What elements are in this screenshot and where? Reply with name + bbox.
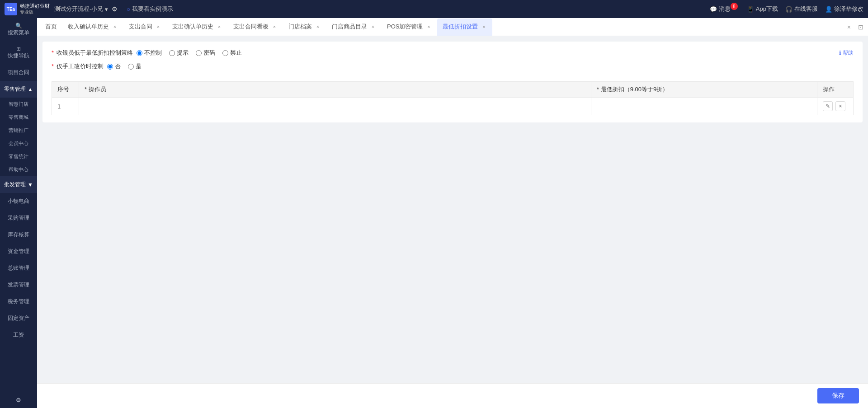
row-action-btns: ✎ × [823, 101, 848, 111]
col-header-action: 操作 [817, 82, 854, 98]
gear-icon: ⚙ [16, 397, 21, 403]
sidebar-item-retail-stats[interactable]: 零售统计 [0, 150, 37, 163]
col-header-operator: * 操作员 [79, 82, 591, 98]
sidebar-item-ecommerce[interactable]: 小畅电商 [0, 193, 37, 210]
tab-close-min-discount[interactable]: × [481, 23, 487, 30]
sidebar: 🔍 搜索菜单 ⊞ 快捷导航 项目合同 零售管理 ▲ 智慧门店 零售商城 营销推广… [0, 18, 37, 408]
table-row: 1 ✎ [52, 98, 854, 115]
tab-close-store-file[interactable]: × [315, 23, 321, 30]
tab-close-payment-contract[interactable]: × [155, 23, 161, 30]
sidebar-item-wholesale-mgmt[interactable]: 批发管理 ▼ [0, 176, 37, 193]
demo-link[interactable]: ○ 我要看实例演示 [127, 5, 173, 13]
edit-row-btn[interactable]: ✎ [823, 101, 833, 111]
content-area: 首页 收入确认单历史 × 支出合同 × 支出确认单历史 × 支出合同看板 × 门… [37, 18, 868, 408]
tab-payment-confirm-history[interactable]: 支出确认单历史 × [167, 19, 228, 36]
tab-home[interactable]: 首页 [40, 19, 62, 36]
sidebar-item-smart-store[interactable]: 智慧门店 [0, 98, 37, 111]
discount-input[interactable] [597, 103, 811, 110]
col-header-seq: 序号 [52, 82, 79, 98]
sidebar-item-shortcut[interactable]: ⊞ 快捷导航 [0, 41, 37, 64]
sidebar-item-project-contract[interactable]: 项目合同 [0, 64, 37, 81]
sidebar-item-member-center[interactable]: 会员中心 [0, 137, 37, 150]
radio-forbid[interactable]: 禁止 [222, 49, 242, 57]
sidebar-item-retail-mgmt[interactable]: 零售管理 ▲ [0, 81, 37, 98]
form-row-2: * 仅手工改价时控制 否 是 [52, 62, 854, 70]
radio-remind[interactable]: 提示 [169, 49, 189, 57]
sidebar-item-search[interactable]: 🔍 搜索菜单 [0, 18, 37, 41]
sidebar-settings-btn[interactable]: ⚙ [0, 392, 37, 408]
delete-row-btn[interactable]: × [835, 101, 845, 111]
tab-bar: 首页 收入确认单历史 × 支出合同 × 支出确认单历史 × 支出合同看板 × 门… [37, 18, 868, 36]
tab-store-products[interactable]: 门店商品目录 × [326, 19, 382, 36]
tab-min-discount[interactable]: 最低折扣设置 × [437, 19, 492, 36]
tab-bar-actions: × ⊡ [845, 23, 865, 32]
radio-password[interactable]: 密码 [196, 49, 215, 57]
message-btn[interactable]: 💬 消息 8 [710, 5, 740, 13]
tab-close-btn[interactable]: × [845, 23, 853, 32]
page-content: * 收银员低于最低折扣控制策略 不控制 提示 [37, 36, 868, 383]
logo-text: 畅捷通好业财 专业版 [20, 3, 50, 14]
radio-no[interactable]: 否 [107, 62, 121, 70]
chevron-up-icon: ▲ [28, 86, 33, 93]
table-header-row: 序号 * 操作员 * 最低折扣（9.00等于9折） 操作 [52, 82, 854, 98]
tab-close-store-products[interactable]: × [370, 23, 376, 30]
app-logo: TEa 畅捷通好业财 专业版 [5, 3, 50, 15]
bottom-bar: 保存 [37, 383, 868, 408]
save-button[interactable]: 保存 [817, 388, 859, 403]
required-mark-2: * [52, 63, 54, 70]
help-circle-icon: ℹ [839, 50, 841, 56]
user-menu-btn[interactable]: 👤 徐泽华修改 [825, 5, 863, 13]
radio-no-control[interactable]: 不控制 [137, 49, 162, 57]
sidebar-item-purchase-mgmt[interactable]: 采购管理 [0, 210, 37, 226]
sidebar-item-tax-mgmt[interactable]: 税务管理 [0, 293, 37, 310]
chevron-down-icon: ▾ [105, 6, 108, 13]
online-service-btn[interactable]: 🎧 在线客服 [785, 5, 818, 13]
sidebar-item-account-mgmt[interactable]: 总账管理 [0, 260, 37, 277]
tab-store-file[interactable]: 门店档案 × [283, 19, 326, 36]
cell-discount[interactable] [591, 98, 817, 115]
tab-income-history[interactable]: 收入确认单历史 × [62, 19, 123, 36]
settings-icon[interactable]: ⚙ [112, 5, 118, 13]
message-icon: 💬 [710, 6, 717, 13]
tab-close-pos-password[interactable]: × [425, 23, 432, 30]
tab-payment-board[interactable]: 支出合同看板 × [228, 19, 283, 36]
discount-table: 序号 * 操作员 * 最低折扣（9.00等于9折） 操作 [52, 81, 854, 115]
sidebar-item-fixed-assets[interactable]: 固定资产 [0, 310, 37, 327]
help-btn[interactable]: ℹ 帮助 [839, 49, 854, 57]
service-icon: 🎧 [785, 6, 793, 13]
sidebar-item-inventory[interactable]: 库存核算 [0, 226, 37, 243]
field1-label: * 收银员低于最低折扣控制策略 [52, 49, 133, 57]
form-row-1: * 收银员低于最低折扣控制策略 不控制 提示 [52, 49, 854, 57]
tab-pos-password[interactable]: POS加密管理 × [382, 19, 437, 36]
sidebar-item-invoice-mgmt[interactable]: 发票管理 [0, 277, 37, 293]
col-header-discount: * 最低折扣（9.00等于9折） [591, 82, 817, 98]
settings-card: * 收银员低于最低折扣控制策略 不控制 提示 [42, 42, 863, 122]
project-selector[interactable]: 测试分开流程-小兄 ▾ [54, 5, 108, 13]
field2-label: * 仅手工改价时控制 [52, 62, 104, 70]
search-icon: 🔍 [0, 23, 37, 29]
cell-action: ✎ × [817, 98, 854, 115]
cell-operator[interactable] [79, 98, 591, 115]
sidebar-item-retail-mall[interactable]: 零售商城 [0, 111, 37, 124]
tab-expand-btn[interactable]: ⊡ [856, 23, 865, 32]
cell-seq: 1 [52, 98, 79, 115]
operator-input[interactable] [85, 103, 585, 110]
app-download-btn[interactable]: 📱 App下载 [747, 5, 778, 13]
tab-close-payment-board[interactable]: × [271, 23, 278, 30]
discount-table-wrapper: 序号 * 操作员 * 最低折扣（9.00等于9折） 操作 [52, 76, 854, 115]
top-bar-right: 💬 消息 8 📱 App下载 🎧 在线客服 👤 徐泽华修改 [710, 5, 863, 13]
grid-icon: ⊞ [0, 46, 37, 52]
tab-payment-contract[interactable]: 支出合同 × [123, 19, 167, 36]
sidebar-item-help-center[interactable]: 帮助中心 [0, 163, 37, 176]
chevron-down-icon: ▼ [28, 182, 33, 188]
download-icon: 📱 [747, 6, 754, 13]
sidebar-item-salary[interactable]: 工资 [0, 327, 37, 343]
sidebar-item-marketing[interactable]: 营销推广 [0, 124, 37, 137]
circle-icon: ○ [127, 6, 130, 13]
tab-close-income-history[interactable]: × [112, 23, 118, 30]
user-icon: 👤 [825, 6, 832, 13]
tab-close-payment-confirm-history[interactable]: × [216, 23, 222, 30]
sidebar-item-capital-mgmt[interactable]: 资金管理 [0, 243, 37, 260]
radio-yes[interactable]: 是 [128, 62, 142, 70]
required-mark-1: * [52, 49, 54, 56]
